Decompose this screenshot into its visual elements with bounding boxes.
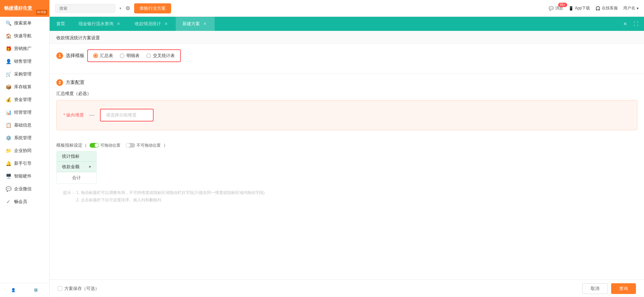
sales-icon: 👤 (5, 58, 11, 64)
sidebar-item-label: 智能硬件 (14, 173, 32, 179)
bottom-bar-right: 取消 查询 (582, 283, 636, 294)
metrics-item1-dropdown-icon[interactable]: ▾ (89, 164, 91, 169)
page-inner: 收款情况统计方案设置 1 选择模板 汇总表 明细表 (50, 31, 644, 297)
save-checkbox[interactable] (58, 286, 62, 291)
sidebar-item-label: 搜索菜单 (14, 20, 32, 26)
hint-title: 提示： (63, 190, 75, 195)
radio-detail[interactable] (120, 53, 124, 58)
tab-collection-stats[interactable]: 收款情况统计 ✕ (128, 17, 176, 31)
drag-fixed-label: 不可拖动位置 (126, 143, 161, 148)
tab-collection-stats-close[interactable]: ✕ (163, 21, 169, 27)
topbar: ▾ ⚙ 体验行业方案 💬 消息 99+ 📱 App下载 🎧 在线客服 用户名 ▾ (50, 0, 644, 17)
sidebar-item-label: 营销推广 (14, 46, 32, 52)
hint-line2: 提示： 2. 点击标题栏下拉可设置排序、插入列和删除列 (63, 197, 631, 204)
step1-section: 1 选择模板 汇总表 明细表 交叉统计表 (50, 44, 644, 72)
template-crosstab-label: 交叉统计表 (153, 53, 175, 59)
logo-badge: 标准版 (36, 10, 47, 15)
template-option-detail[interactable]: 明细表 (120, 53, 140, 59)
sidebar-item-purchase[interactable]: 🛒 采购管理 (0, 68, 49, 81)
topbar-message[interactable]: 💬 消息 99+ (549, 5, 563, 11)
save-option[interactable]: 方案保存（可选） (58, 286, 99, 292)
drag-movable-text: 可拖动位置 (100, 143, 120, 148)
dimension-arrow-icon: — (89, 112, 95, 118)
sidebar-footer-user-btn[interactable]: 👤 (3, 286, 24, 294)
quick-nav-icon: 🏠 (5, 33, 11, 39)
tabbar-expand-btn[interactable]: ⛶ (632, 20, 640, 28)
metrics-item1-label: 收款金额 (62, 164, 79, 170)
stats-table-item2: 合计 (57, 172, 96, 184)
tab-cash-flow[interactable]: 现金银行流水查询 ✕ (72, 17, 128, 31)
radio-crosstab[interactable] (146, 53, 151, 58)
sidebar-item-label: 库存核算 (14, 84, 32, 90)
page-header-title: 收款情况统计方案设置 (56, 35, 100, 40)
step2-badge: 2 (56, 79, 63, 86)
topbar-gear-icon[interactable]: ⚙ (125, 5, 130, 11)
sidebar-item-collab[interactable]: 📁 企业协同 (0, 144, 49, 157)
sidebar-item-newbie[interactable]: 🔔 新手引导 (0, 157, 49, 170)
sidebar-footer: 👤 ⚙️ (0, 283, 49, 297)
service-icon: 🎧 (595, 6, 600, 11)
tabbar-close-btn[interactable]: ✕ (621, 20, 629, 28)
sidebar-item-label: 新手引导 (14, 160, 32, 166)
template-option-crosstab[interactable]: 交叉统计表 (146, 53, 175, 59)
sidebar-item-hardware[interactable]: 🖥️ 智能硬件 (0, 170, 49, 183)
dimension-row: * 纵向维度 — 请选择分组维度 (63, 109, 154, 121)
template-detail-label: 明细表 (126, 53, 140, 59)
marketing-icon: 🎁 (5, 46, 11, 52)
sidebar-item-label: 经营管理 (14, 109, 32, 115)
tab-home[interactable]: 首页 (50, 17, 72, 31)
cancel-button[interactable]: 取消 (582, 283, 608, 294)
sidebar-item-marketing[interactable]: 🎁 营销推广 (0, 42, 49, 55)
dimension-select[interactable]: 请选择分组维度 (100, 109, 154, 121)
sidebar-item-label: 企业协同 (14, 148, 32, 154)
template-option-summary[interactable]: 汇总表 (93, 53, 113, 59)
sidebar-item-sales[interactable]: 👤 销售管理 (0, 55, 49, 68)
sidebar-item-wechat[interactable]: 💬 企业微信 (0, 183, 49, 195)
radio-summary[interactable] (93, 53, 98, 58)
sidebar: 畅捷通好生意 标准版 🔍 搜索菜单 🏠 快速导航 🎁 营销推广 👤 销售管理 🛒… (0, 0, 50, 297)
operation-icon: 📊 (5, 109, 11, 115)
hardware-icon: 🖥️ (5, 173, 11, 179)
drag-fixed-toggle[interactable] (126, 143, 135, 148)
stats-section-label: 统计指标 (62, 153, 79, 159)
sidebar-item-system[interactable]: ⚙️ 系统管理 (0, 132, 49, 144)
sidebar-item-label: 销售管理 (14, 58, 32, 64)
tab-new-plan-close[interactable]: ✕ (202, 21, 208, 27)
sidebar-item-label: 系统管理 (14, 135, 32, 141)
metrics-config-title: 模板指标设定（ 可拖动位置 不可拖动位置 ） (56, 142, 637, 148)
sidebar-item-label: 畅会员 (14, 199, 27, 205)
tabbar-controls: ✕ ⛶ (621, 20, 644, 28)
dimension-title: 汇总维度（必选） (56, 91, 637, 97)
topbar-right: 💬 消息 99+ 📱 App下载 🎧 在线客服 用户名 ▾ (549, 5, 639, 11)
topbar-arrow-icon[interactable]: ▾ (119, 6, 121, 11)
sidebar-item-base-info[interactable]: 📋 基础信息 (0, 119, 49, 132)
tab-new-plan[interactable]: 新建方案 ✕ (176, 17, 215, 31)
sidebar-item-quick-nav[interactable]: 🏠 快速导航 (0, 30, 49, 42)
sidebar-footer-settings-btn[interactable]: ⚙️ (25, 286, 47, 294)
page-header: 收款情况统计方案设置 (50, 31, 644, 44)
industry-btn[interactable]: 体验行业方案 (134, 3, 171, 13)
purchase-icon: 🛒 (5, 71, 11, 77)
sidebar-item-member[interactable]: ✓ 畅会员 (0, 195, 49, 208)
tabbar: 首页 现金银行流水查询 ✕ 收款情况统计 ✕ 新建方案 ✕ ✕ ⛶ (50, 17, 644, 31)
system-icon: ⚙️ (5, 135, 11, 141)
search-menu-icon: 🔍 (5, 20, 11, 26)
tab-cash-flow-close[interactable]: ✕ (115, 21, 121, 27)
query-button[interactable]: 查询 (611, 283, 636, 294)
topbar-username[interactable]: 用户名 ▾ (623, 5, 639, 11)
drag-movable-toggle[interactable] (90, 143, 99, 148)
base-info-icon: 📋 (5, 122, 11, 128)
sidebar-item-search-menu[interactable]: 🔍 搜索菜单 (0, 17, 49, 30)
stats-table: 统计指标 收款金额 ▾ 合计 (56, 151, 97, 184)
topbar-search-input[interactable] (55, 4, 115, 13)
sidebar-item-operation[interactable]: 📊 经营管理 (0, 106, 49, 119)
topbar-app-download[interactable]: 📱 App下载 (569, 5, 590, 11)
sidebar-item-inventory[interactable]: 📦 库存核算 (0, 81, 49, 93)
hint-text1: 1. 拖动标题栏可以调整布局，不可跨维度或指标区域拖动栏目字段(只能在同一维度或… (76, 190, 264, 195)
hint-line1: 提示： 1. 拖动标题栏可以调整布局，不可跨维度或指标区域拖动栏目字段(只能在同… (63, 189, 631, 197)
topbar-online-service[interactable]: 🎧 在线客服 (595, 5, 618, 11)
sidebar-logo: 畅捷通好生意 标准版 (0, 0, 49, 17)
stats-table-item1-header[interactable]: 收款金额 ▾ (57, 162, 96, 172)
sidebar-item-capital[interactable]: 💰 资金管理 (0, 93, 49, 106)
metrics-area: 统计指标 收款金额 ▾ 合计 (56, 151, 637, 184)
